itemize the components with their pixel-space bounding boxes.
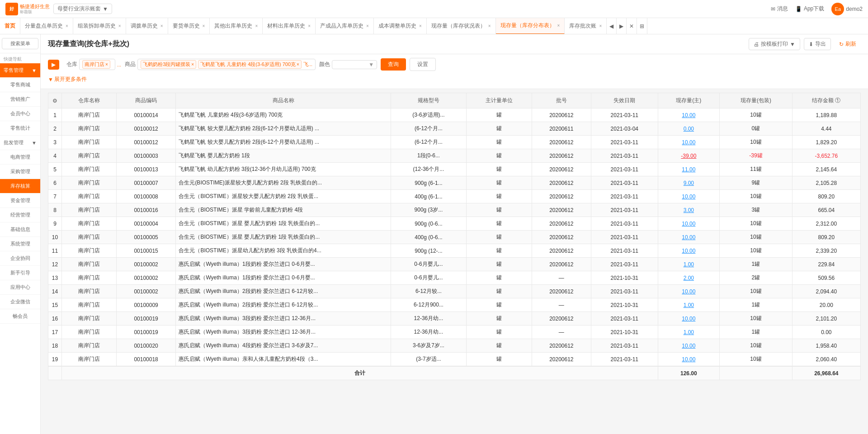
cell-qty-main[interactable]: 1.00: [658, 326, 720, 339]
avatar: Ea: [831, 3, 844, 15]
sidebar-item-system[interactable]: 系统管理: [0, 237, 40, 251]
cell-qty-main[interactable]: 10.00: [658, 136, 720, 149]
cell-balance: 2,145.64: [792, 163, 860, 176]
template-print-btn[interactable]: 🖨 按模板打印 ▼: [749, 38, 800, 50]
cell-spec: 900g (3岁...: [391, 203, 466, 217]
sidebar-item-purchase[interactable]: 采购管理: [0, 165, 40, 179]
tab-group[interactable]: 组装拆卸单历史 ×: [73, 18, 126, 34]
tab-close-stock-status[interactable]: ×: [488, 24, 491, 28]
sidebar-item-warehouse[interactable]: 库存核算: [0, 179, 40, 193]
product-tag-close-1[interactable]: ×: [191, 62, 194, 67]
sidebar-item-wholesale[interactable]: 批发管理 ▼: [0, 136, 40, 150]
product-tag-close-2[interactable]: ×: [297, 62, 299, 67]
expand-filter-btn[interactable]: ▶: [48, 60, 59, 70]
tab-stock-status[interactable]: 现存量（库存状况表） ×: [427, 18, 496, 34]
cell-qty-main[interactable]: 10.00: [658, 339, 720, 353]
cell-name: 飞鹤星飞帆 较大婴儿配方奶粉 2段(6-12个月婴幼儿适用) ...: [176, 122, 391, 136]
chevron-icon: ▼: [32, 68, 37, 73]
cell-qty-main[interactable]: 10.00: [658, 285, 720, 298]
tab-menu-btn[interactable]: ⊞: [637, 18, 647, 34]
tab-stock-dist[interactable]: 现存量（库存分布表） ×: [496, 18, 565, 34]
total-qty-main: 126.00: [658, 366, 720, 380]
sidebar-item-retail[interactable]: 零售管理 ▼: [0, 63, 40, 78]
cell-qty-main[interactable]: 2.00: [658, 271, 720, 285]
cell-qty-pack: 2罐: [720, 271, 792, 285]
tab-close-material-out[interactable]: ×: [308, 24, 311, 28]
color-filter-input[interactable]: ▼: [332, 60, 377, 69]
cell-qty-main[interactable]: 1.00: [658, 258, 720, 271]
sidebar-item-retail-stat[interactable]: 零售统计: [0, 121, 40, 136]
sidebar-item-corp-wechat[interactable]: 企业微信: [0, 295, 40, 309]
sidebar-item-ops[interactable]: 经营管理: [0, 208, 40, 222]
tab-close-batch[interactable]: ×: [599, 24, 602, 28]
cell-qty-main[interactable]: 9.00: [658, 176, 720, 190]
warehouse-tag-close[interactable]: ×: [105, 62, 108, 67]
tab-close-cost-adjust[interactable]: ×: [419, 24, 422, 28]
tab-close-group[interactable]: ×: [118, 24, 121, 28]
sidebar-item-corp[interactable]: 企业协同: [0, 251, 40, 266]
cell-warehouse: 南岸门店: [62, 217, 117, 231]
cell-balance: 1,829.20: [792, 136, 860, 149]
sidebar-item-basic[interactable]: 基础信息: [0, 222, 40, 237]
sidebar-item-member[interactable]: 会员中心: [0, 107, 40, 121]
tab-close-split[interactable]: ×: [66, 24, 68, 28]
tab-batch[interactable]: 库存批次账 ×: [565, 18, 607, 34]
tab-pick[interactable]: 要货单历史 ×: [168, 18, 210, 34]
tab-close-pick[interactable]: ×: [203, 24, 205, 28]
search-btn[interactable]: 查询: [381, 58, 406, 71]
industry-select[interactable]: 母婴行业演示账套 ▼: [53, 4, 112, 14]
cell-qty-main[interactable]: 0.00: [658, 122, 720, 136]
product-more-btn[interactable]: 飞...: [303, 61, 312, 68]
warehouse-more-btn[interactable]: ...: [117, 62, 121, 67]
tab-product-in[interactable]: 产成品入库单历史 ×: [316, 18, 374, 34]
tab-close-mix[interactable]: ×: [160, 24, 163, 28]
tab-prev-btn[interactable]: ◀: [607, 18, 617, 34]
refresh-btn[interactable]: ↻ 刷新: [835, 38, 861, 50]
tab-cost-adjust[interactable]: 成本调整单历史 ×: [374, 18, 427, 34]
tab-close-all-btn[interactable]: ✕: [627, 18, 637, 34]
sidebar-item-ecommerce[interactable]: 电商管理: [0, 150, 40, 165]
tab-close-other-out[interactable]: ×: [255, 24, 258, 28]
th-settings[interactable]: ⚙: [48, 93, 62, 108]
sidebar-search-btn[interactable]: 搜索菜单: [2, 38, 38, 49]
tab-split[interactable]: 分量盘点单历史 ×: [20, 18, 73, 34]
sidebar-item-vip[interactable]: 畅会员: [0, 309, 40, 324]
tab-next-btn[interactable]: ▶: [617, 18, 627, 34]
cell-qty-main[interactable]: 10.00: [658, 244, 720, 258]
cell-qty-main[interactable]: 10.00: [658, 231, 720, 244]
cell-name: 惠氏启赋（Wyeth illuma）1段奶粉 爱尔兰进口 0-6月婴...: [176, 258, 391, 271]
user-profile-btn[interactable]: Ea demo2: [831, 3, 863, 15]
tab-material-out[interactable]: 材料出库单历史 ×: [263, 18, 316, 34]
cell-unit: 罐: [466, 326, 532, 339]
tab-home[interactable]: 首页: [0, 18, 20, 34]
expand-more-btn[interactable]: ▼ 展开更多条件: [48, 74, 87, 85]
sidebar-item-guide[interactable]: 新手引导: [0, 266, 40, 280]
cell-qty-main[interactable]: -39.00: [658, 149, 720, 163]
sidebar-item-finance[interactable]: 资金管理: [0, 193, 40, 208]
cell-qty-main[interactable]: 10.00: [658, 353, 720, 367]
message-btn[interactable]: ✉ 消息: [771, 5, 788, 13]
sidebar-item-app-center[interactable]: 应用中心: [0, 280, 40, 295]
cell-spec: 400g (0-6...: [391, 231, 466, 244]
tab-close-product-in[interactable]: ×: [366, 24, 369, 28]
sidebar-item-retail-shop[interactable]: 零售商城: [0, 78, 40, 92]
app-download-btn[interactable]: 📱 App下载: [795, 5, 824, 13]
product-filter-input[interactable]: 飞鹤奶粉3段丙罐摆装 × 飞鹤星飞帆 儿童奶粉 4段(3-6岁适用) 700克 …: [137, 59, 316, 70]
table-row: 1 南岸门店 00100014 飞鹤星飞帆 儿童奶粉 4段(3-6岁适用) 70…: [48, 108, 861, 122]
cell-qty-main[interactable]: 11.00: [658, 163, 720, 176]
sidebar-item-marketing[interactable]: 营销推广: [0, 92, 40, 107]
warehouse-filter-input[interactable]: 南岸门店 ×: [79, 59, 115, 70]
export-btn[interactable]: ⬇ 导出: [804, 38, 831, 50]
cell-qty-main[interactable]: 10.00: [658, 217, 720, 231]
tab-other-out[interactable]: 其他出库单历史 ×: [210, 18, 263, 34]
settings-btn[interactable]: 设置: [410, 58, 436, 71]
cell-qty-main[interactable]: 1.00: [658, 298, 720, 312]
cell-code: 00100002: [116, 285, 176, 298]
tab-close-stock-dist[interactable]: ×: [557, 23, 560, 28]
cell-qty-main[interactable]: 10.00: [658, 108, 720, 122]
cell-qty-main[interactable]: 10.00: [658, 312, 720, 326]
cell-qty-main[interactable]: 10.00: [658, 190, 720, 203]
color-dropdown-icon[interactable]: ▼: [368, 61, 374, 68]
tab-mix[interactable]: 调拨单历史 ×: [126, 18, 168, 34]
cell-qty-main[interactable]: 3.00: [658, 203, 720, 217]
